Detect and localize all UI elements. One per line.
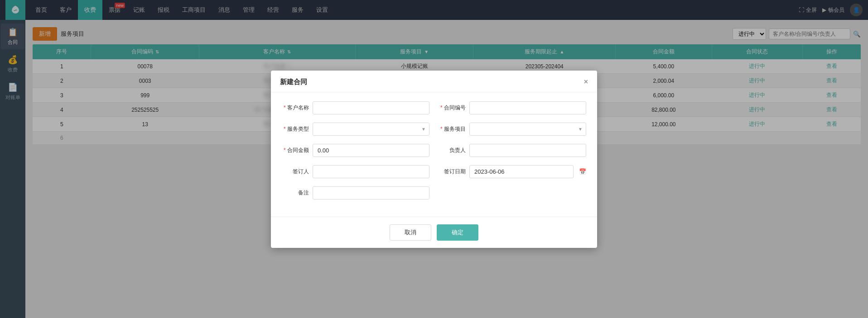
signer-input[interactable] — [313, 165, 429, 178]
contract-amount-label: 合同金额 — [282, 147, 309, 154]
responsible-input[interactable] — [469, 144, 586, 157]
cancel-button[interactable]: 取消 — [390, 224, 431, 241]
sign-date-label: 签订日期 — [439, 168, 466, 176]
form-group-signer: 签订人 — [282, 165, 429, 178]
responsible-label: 负责人 — [439, 147, 466, 154]
form-group-customer: 客户名称 — [282, 101, 429, 114]
form-group-contract-no: 合同编号 — [439, 101, 586, 114]
contract-no-input[interactable] — [469, 101, 586, 114]
modal-body: 客户名称 合同编号 服务类型 ▼ 服务项目 — [271, 92, 597, 217]
new-contract-modal: 新建合同 × 客户名称 合同编号 服务类型 ▼ — [271, 71, 597, 248]
confirm-button[interactable]: 确定 — [437, 224, 478, 241]
form-row-3: 合同金额 负责人 — [282, 144, 586, 157]
form-row-5: 备注 — [282, 186, 586, 199]
form-row-1: 客户名称 合同编号 — [282, 101, 586, 114]
service-item-select-wrapper: ▼ — [469, 123, 586, 136]
notes-label: 备注 — [282, 189, 309, 197]
service-type-label: 服务类型 — [282, 125, 309, 133]
service-item-label: 服务项目 — [439, 125, 466, 133]
form-group-notes: 备注 — [282, 186, 429, 199]
service-item-select[interactable] — [469, 123, 586, 136]
form-row-4: 签订人 签订日期 📅 — [282, 165, 586, 178]
contract-amount-input[interactable] — [313, 144, 429, 157]
customer-name-label: 客户名称 — [282, 104, 309, 112]
service-type-select[interactable] — [313, 123, 429, 136]
form-group-responsible: 负责人 — [439, 144, 586, 157]
form-row-2: 服务类型 ▼ 服务项目 ▼ — [282, 123, 586, 136]
form-group-service-type: 服务类型 ▼ — [282, 123, 429, 136]
form-group-sign-date: 签订日期 📅 — [439, 165, 586, 178]
form-group-amount: 合同金额 — [282, 144, 429, 157]
form-group-service-item: 服务项目 ▼ — [439, 123, 586, 136]
notes-input[interactable] — [313, 186, 429, 199]
modal-header: 新建合同 × — [271, 71, 597, 92]
service-type-select-wrapper: ▼ — [313, 123, 429, 136]
signer-label: 签订人 — [282, 168, 309, 176]
modal-close-button[interactable]: × — [584, 78, 588, 86]
calendar-icon[interactable]: 📅 — [579, 168, 586, 175]
sign-date-input[interactable] — [469, 165, 574, 178]
modal-footer: 取消 确定 — [271, 217, 597, 248]
contract-no-label: 合同编号 — [439, 104, 466, 112]
customer-name-input[interactable] — [313, 101, 429, 114]
modal-title: 新建合同 — [280, 78, 307, 86]
